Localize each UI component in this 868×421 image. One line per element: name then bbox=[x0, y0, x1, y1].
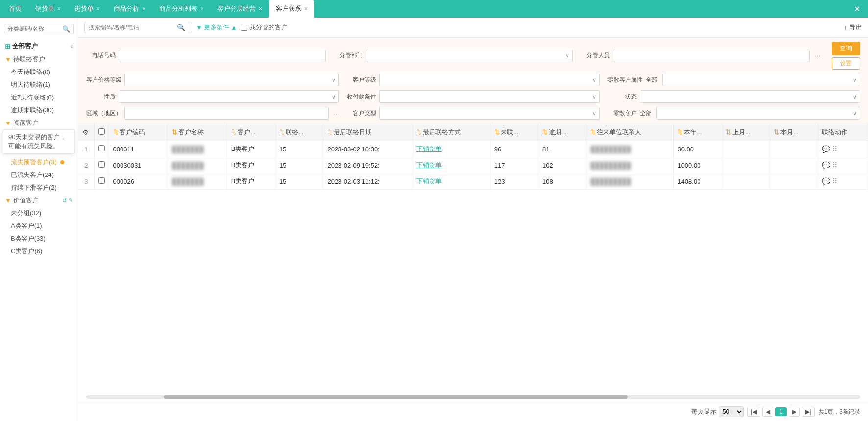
th-this-year[interactable]: ⇅本年... bbox=[674, 124, 722, 141]
sidebar-section-churn[interactable]: ▼ 闯颜客户 bbox=[0, 117, 78, 129]
per-page-select[interactable]: 50 100 200 bbox=[719, 406, 744, 417]
row3-chat-icon[interactable]: 💬 bbox=[822, 177, 830, 185]
th-code[interactable]: ⇅客户编码 bbox=[109, 124, 168, 141]
my-customers-checkbox-wrap[interactable]: 我分管的客户 bbox=[241, 23, 288, 32]
tab-close-product-analysis-list[interactable]: × bbox=[200, 5, 204, 12]
next-page-btn[interactable]: ▶ bbox=[789, 407, 800, 417]
sidebar-all-customers[interactable]: ⊞ 全部客户 « bbox=[0, 39, 78, 53]
row1-related: █████████ bbox=[586, 141, 674, 157]
sidebar-section-value[interactable]: ▼ 价值客户 ↺ ✎ bbox=[0, 194, 78, 207]
region-dots[interactable]: ··· bbox=[334, 110, 339, 117]
row2-chat-icon[interactable]: 💬 bbox=[822, 161, 830, 169]
settings-gear-icon[interactable]: ⚙ bbox=[82, 128, 89, 136]
sidebar-item-b-class[interactable]: B类客户(33) bbox=[0, 232, 78, 245]
window-close-button[interactable]: ✕ bbox=[848, 4, 866, 14]
zero-retail-attr-select[interactable]: ∨ bbox=[662, 74, 860, 86]
tab-close-sales-order[interactable]: × bbox=[57, 5, 61, 12]
row1-more-icon[interactable]: ⠿ bbox=[832, 145, 837, 153]
sidebar-item-overdue-contact[interactable]: 逾期未联络(30) bbox=[0, 104, 78, 117]
th-settings[interactable]: ⚙ bbox=[78, 124, 94, 141]
row2-check[interactable] bbox=[98, 161, 105, 168]
sidebar-section-pending[interactable]: ▼ 待联络客户 bbox=[0, 53, 78, 66]
th-not-contacted[interactable]: ⇅未联... bbox=[490, 124, 538, 141]
filter-price-grade: 客户价格等级 ∨ bbox=[86, 74, 339, 86]
price-grade-select[interactable]: ∨ bbox=[124, 74, 339, 86]
sidebar-item-tomorrow-contact[interactable]: 明天待联络(1) bbox=[0, 78, 78, 91]
row1-chat-icon[interactable]: 💬 bbox=[822, 145, 830, 153]
dept-select[interactable]: ∨ bbox=[366, 50, 573, 62]
row3-check[interactable] bbox=[98, 177, 105, 184]
phone-input[interactable] bbox=[119, 50, 326, 62]
tab-sales-order[interactable]: 销货单 × bbox=[28, 0, 68, 18]
tab-customer-contact[interactable]: 客户联系 × bbox=[269, 0, 314, 18]
row3-last-method[interactable]: 下销货单 bbox=[412, 173, 490, 190]
th-type[interactable]: ⇅客户... bbox=[227, 124, 275, 141]
th-related-contacts[interactable]: ⇅往来单位联系人 bbox=[586, 124, 674, 141]
sidebar-item-churn-warning[interactable]: 流失预警客户(3) bbox=[0, 156, 78, 169]
tab-close-customer-tier[interactable]: × bbox=[259, 5, 262, 12]
tab-product-analysis-list[interactable]: 商品分析列表 × bbox=[152, 0, 211, 18]
sidebar-collapse-btn[interactable]: « bbox=[70, 43, 73, 49]
status-select[interactable]: ∨ bbox=[640, 90, 860, 103]
export-btn[interactable]: ↑ 导出 bbox=[844, 23, 863, 32]
row1-check[interactable] bbox=[98, 145, 105, 151]
row1-checkbox[interactable] bbox=[94, 141, 109, 157]
search-input[interactable] bbox=[89, 24, 177, 31]
tab-customer-tier[interactable]: 客户分层经营 × bbox=[211, 0, 269, 18]
tab-home[interactable]: 首页 bbox=[2, 0, 28, 18]
refresh-icon[interactable]: ↺ bbox=[62, 198, 67, 204]
filter-row-4: 区域（地区） ··· 客户类型 ∨ 零散客户 全部 ∨ bbox=[86, 107, 860, 120]
customer-type-select[interactable]: ∨ bbox=[379, 107, 600, 120]
select-all-checkbox[interactable] bbox=[98, 128, 105, 135]
th-this-month[interactable]: ⇅本月... bbox=[770, 124, 818, 141]
zero-retail-select[interactable]: ∨ bbox=[656, 107, 860, 120]
row2-last-method[interactable]: 下销货单 bbox=[412, 157, 490, 173]
sort-icon-last-date: ⇅ bbox=[327, 128, 333, 136]
row3-more-icon[interactable]: ⠿ bbox=[832, 177, 837, 185]
payment-select[interactable]: ∨ bbox=[379, 90, 600, 103]
settings-btn[interactable]: 设置 bbox=[832, 57, 860, 70]
tab-bar: 首页 销货单 × 进货单 × 商品分析 × 商品分析列表 × 客户分层经营 × … bbox=[0, 0, 868, 18]
sidebar-item-a-class[interactable]: A类客户(1) bbox=[0, 220, 78, 232]
sidebar-item-7day-contact[interactable]: 近7天待联络(0) bbox=[0, 91, 78, 104]
gender-select[interactable]: ∨ bbox=[119, 90, 339, 103]
query-btn[interactable]: 查询 bbox=[832, 42, 860, 55]
th-contacts[interactable]: ⇅联络... bbox=[275, 124, 323, 141]
sidebar-item-c-class[interactable]: C类客户(6) bbox=[0, 245, 78, 258]
tab-close-purchase-order[interactable]: × bbox=[96, 5, 100, 12]
tab-close-product-analysis[interactable]: × bbox=[142, 5, 145, 12]
row2-more-icon[interactable]: ⠿ bbox=[832, 161, 837, 169]
first-page-btn[interactable]: |◀ bbox=[747, 407, 760, 417]
sidebar-item-declining[interactable]: 持续下滑客户(2) bbox=[0, 181, 78, 194]
region-select[interactable] bbox=[124, 107, 329, 120]
sort-icon-contacts: ⇅ bbox=[279, 128, 285, 136]
h-scrollbar[interactable] bbox=[86, 395, 860, 399]
edit-icon[interactable]: ✎ bbox=[69, 198, 73, 204]
customer-grade-select[interactable]: ∨ bbox=[379, 74, 600, 86]
tab-product-analysis[interactable]: 商品分析 × bbox=[107, 0, 152, 18]
person-select[interactable] bbox=[613, 50, 810, 62]
sidebar-item-ungrouped[interactable]: 未分组(32) bbox=[0, 207, 78, 220]
main-layout: 🔍 ⊞ 全部客户 « ▼ 待联络客户 今天待联络(0) 明天待联络(1) 近7天… bbox=[0, 18, 868, 421]
my-customers-checkbox[interactable] bbox=[241, 25, 247, 31]
th-name[interactable]: ⇅客户名称 bbox=[168, 124, 227, 141]
th-last-method[interactable]: ⇅最后联络方式 bbox=[412, 124, 490, 141]
filter-row-3: 性质 ∨ 收付款条件 ∨ 状态 ∨ bbox=[86, 90, 860, 103]
h-scrollbar-thumb[interactable] bbox=[164, 395, 628, 399]
sidebar-item-today-contact[interactable]: 今天待联络(0) bbox=[0, 66, 78, 78]
th-last-date[interactable]: ⇅最后联络日期 bbox=[323, 124, 412, 141]
row2-checkbox[interactable] bbox=[94, 157, 109, 173]
prev-page-btn[interactable]: ◀ bbox=[762, 407, 773, 417]
search-input-wrap[interactable]: 🔍 bbox=[84, 22, 192, 33]
row3-checkbox[interactable] bbox=[94, 173, 109, 190]
sidebar-item-churned[interactable]: 已流失客户(24) bbox=[0, 169, 78, 181]
tab-close-customer-contact[interactable]: × bbox=[304, 5, 308, 12]
person-dots[interactable]: ··· bbox=[815, 52, 820, 59]
th-last-month[interactable]: ⇅上月... bbox=[722, 124, 770, 141]
th-checkbox[interactable] bbox=[94, 124, 109, 141]
th-overdue[interactable]: ⇅逾期... bbox=[538, 124, 586, 141]
tab-purchase-order[interactable]: 进货单 × bbox=[68, 0, 107, 18]
row1-last-method[interactable]: 下销货单 bbox=[412, 141, 490, 157]
more-conditions-btn[interactable]: ▼ 更多条件 ▲ bbox=[196, 23, 237, 32]
last-page-btn[interactable]: ▶| bbox=[802, 407, 815, 417]
